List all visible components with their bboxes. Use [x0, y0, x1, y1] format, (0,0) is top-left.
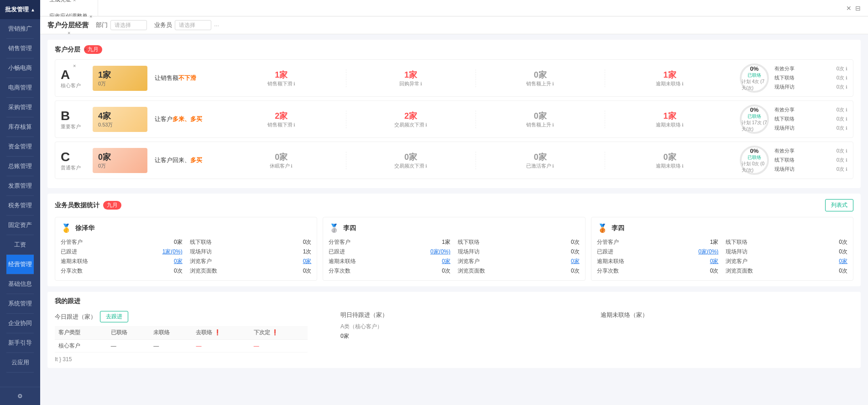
sidebar-item-库存核算[interactable]: 库存核算 — [6, 117, 34, 137]
tier-right-stat-row: 现场拜访0次 ℹ — [774, 83, 847, 92]
agent-stat-value[interactable]: 0家 — [710, 258, 719, 265]
tier-stat-num: 0家 — [480, 110, 601, 121]
info-icon[interactable]: ℹ — [846, 75, 847, 80]
sidebar-item-采购管理[interactable]: 采购管理 — [6, 98, 34, 117]
tier-stat-item[interactable]: 1家回购异常 ℹ — [346, 69, 476, 87]
tier-circle-label: 已联络 — [748, 72, 761, 79]
info-icon[interactable]: ℹ — [552, 122, 554, 127]
cell-next-time: — — [250, 340, 308, 352]
tier-stat-item[interactable]: 0家休眠客户 ℹ — [217, 152, 346, 169]
info-icon[interactable]: ℹ — [425, 122, 427, 127]
tier-right-stat-row: 线下联络0次 ℹ — [774, 74, 847, 83]
sidebar-expand-icon[interactable]: ▲ — [31, 7, 35, 12]
info-icon[interactable]: ℹ — [846, 66, 847, 71]
sidebar-item-资金管理[interactable]: 资金管理 — [6, 137, 34, 157]
info-icon[interactable]: ℹ — [293, 81, 295, 86]
tier-stat-item[interactable]: 1家销售额下滑 ℹ — [217, 69, 346, 87]
tab-close-icon[interactable]: × — [89, 14, 92, 19]
agent-stat-value[interactable]: 0家 — [303, 258, 312, 265]
info-icon[interactable]: ℹ — [846, 126, 847, 131]
sidebar-item-固定资产[interactable]: 固定资产 — [6, 216, 34, 235]
agent-stat-label: 分享次数 — [597, 267, 619, 275]
info-icon[interactable]: ℹ — [846, 116, 847, 121]
info-icon[interactable]: ℹ — [682, 163, 684, 168]
agent-stat-value: 0次 — [839, 248, 847, 256]
sidebar-item-税务管理[interactable]: 税务管理 — [6, 196, 34, 216]
tier-stat-item[interactable]: 0家销售额上升 ℹ — [476, 69, 606, 87]
tomorrow-follow-label: 明日待跟进（家） — [340, 311, 593, 319]
tier-right-stat-row: 有效分享0次 ℹ — [774, 64, 847, 74]
list-view-button[interactable]: 列表式 — [825, 199, 853, 211]
tier-stat-item[interactable]: 0家逾期未联络 ℹ — [605, 152, 734, 169]
agent-card: 🥈李四分管客户1家线下联络0次已跟进0家(0%)现场拜访0次逾期未联络0家浏览客… — [323, 217, 585, 281]
tab-close-icon[interactable]: × — [73, 0, 76, 3]
right-stat-label: 有效分享 — [774, 105, 795, 115]
sidebar-item-企业协同[interactable]: 企业协同 — [6, 314, 34, 333]
sidebar-item-电商管理[interactable]: 电商管理 — [6, 78, 34, 98]
agent-stat-value[interactable]: 0家 — [442, 258, 450, 265]
tier-circle-pct: 0% — [750, 147, 759, 154]
tier-name: 重要客户 — [61, 123, 93, 130]
agent-stat-row: 线下联络0次 — [726, 238, 847, 246]
info-icon[interactable]: ℹ — [425, 163, 427, 168]
tier-stat-item[interactable]: 0家交易频次下滑 ℹ — [346, 152, 476, 169]
agent-card: 🥉李四分管客户1家线下联络0次已跟进0家(0%)现场拜访0次逾期未联络0家浏览客… — [591, 217, 853, 281]
go-follow-button[interactable]: 去跟进 — [100, 311, 128, 322]
tab-window-close-icon[interactable]: ✕ — [846, 5, 852, 12]
agent-stat-label: 现场拜访 — [458, 248, 480, 256]
info-icon[interactable]: ℹ — [846, 158, 847, 163]
tier-stat-item[interactable]: 0家销售额上升 ℹ — [476, 110, 606, 128]
agent-stat-value[interactable]: 0家 — [174, 258, 183, 265]
sidebar-item-工资[interactable]: 工资 — [6, 235, 34, 255]
tier-stat-item[interactable]: 0家已激活客户 ℹ — [476, 152, 606, 169]
agent-stat-value[interactable]: 0家(0%) — [430, 248, 450, 256]
more-icon[interactable]: ··· — [214, 22, 219, 29]
tab-close-icon[interactable]: × — [73, 63, 76, 68]
info-icon[interactable]: ℹ — [846, 107, 847, 112]
info-icon[interactable]: ℹ — [552, 81, 554, 86]
tab-生成凭证[interactable]: 生成凭证 × — [44, 0, 98, 8]
tab-close-icon[interactable]: × — [84, 79, 87, 85]
info-icon[interactable]: ℹ — [846, 84, 847, 89]
agent-select[interactable]: 请选择 — [175, 20, 211, 30]
sidebar-item-经营管理[interactable]: 经营管理 — [6, 255, 34, 274]
sidebar-item-发票管理[interactable]: 发票管理 — [6, 176, 34, 196]
info-icon[interactable]: ℹ — [552, 163, 554, 168]
agent-medal-icon: 🥈 — [329, 223, 340, 234]
tier-stat-item[interactable]: 1家逾期未联络 ℹ — [605, 69, 734, 87]
tab-window-restore-icon[interactable]: ⊟ — [855, 5, 861, 12]
info-icon[interactable]: ℹ — [293, 122, 295, 127]
tier-circle-sub: 计划 4次 (7天/次) — [742, 79, 767, 91]
dept-select[interactable]: 请选择 — [110, 20, 147, 30]
sidebar-item-营销推广[interactable]: 营销推广 — [6, 19, 34, 39]
tier-stat-label: 已激活客户 ℹ — [480, 163, 601, 169]
info-icon[interactable]: ℹ — [291, 163, 293, 168]
sidebar-item-总账管理[interactable]: 总账管理 — [6, 157, 34, 176]
sidebar-settings[interactable]: ⚙ — [0, 387, 40, 405]
sidebar-item-新手引导[interactable]: 新手引导 — [6, 333, 34, 353]
info-icon[interactable]: ℹ — [682, 122, 684, 127]
sidebar-item-云应用[interactable]: 云应用 — [6, 353, 34, 373]
th-contacted: 已联络 — [107, 326, 150, 340]
content-scroll: 客户分层 九月 A核心客户1家0万让销售额不下滑1家销售额下滑 ℹ1家回购异常 … — [40, 34, 868, 405]
info-icon[interactable]: ℹ — [682, 81, 684, 86]
agent-stats: 分管客户1家线下联络0次已跟进0家(0%)现场拜访0次逾期未联络0家浏览客户0家… — [597, 238, 847, 275]
tab-close-icon[interactable]: × — [68, 30, 70, 36]
tier-stat-item[interactable]: 1家逾期未联络 ℹ — [605, 110, 734, 128]
info-icon[interactable]: ℹ — [846, 148, 847, 153]
info-icon[interactable]: ℹ — [420, 81, 422, 86]
agent-stat-value[interactable]: 1家(0%) — [162, 248, 183, 256]
sidebar-item-系统管理[interactable]: 系统管理 — [6, 294, 34, 314]
agent-stat-value[interactable]: 0家(0%) — [698, 248, 718, 256]
tier-stat-item[interactable]: 2家销售额下滑 ℹ — [217, 110, 346, 128]
tier-stat-item[interactable]: 2家交易频次下滑 ℹ — [346, 110, 476, 128]
agent-stat-value[interactable]: 0家 — [839, 258, 847, 265]
info-icon[interactable]: ℹ — [846, 167, 847, 172]
agent-stat-row: 线下联络0次 — [190, 238, 312, 246]
sidebar-item-销售管理[interactable]: 销售管理 — [6, 39, 34, 58]
tier-count-num: 1家 — [98, 69, 142, 80]
agent-stat-value[interactable]: 0家 — [571, 258, 580, 265]
sidebar-item-基础信息[interactable]: 基础信息 — [6, 274, 34, 294]
sidebar-item-小畅电商[interactable]: 小畅电商 — [6, 58, 34, 78]
tab-close-icon[interactable]: × — [84, 47, 87, 52]
